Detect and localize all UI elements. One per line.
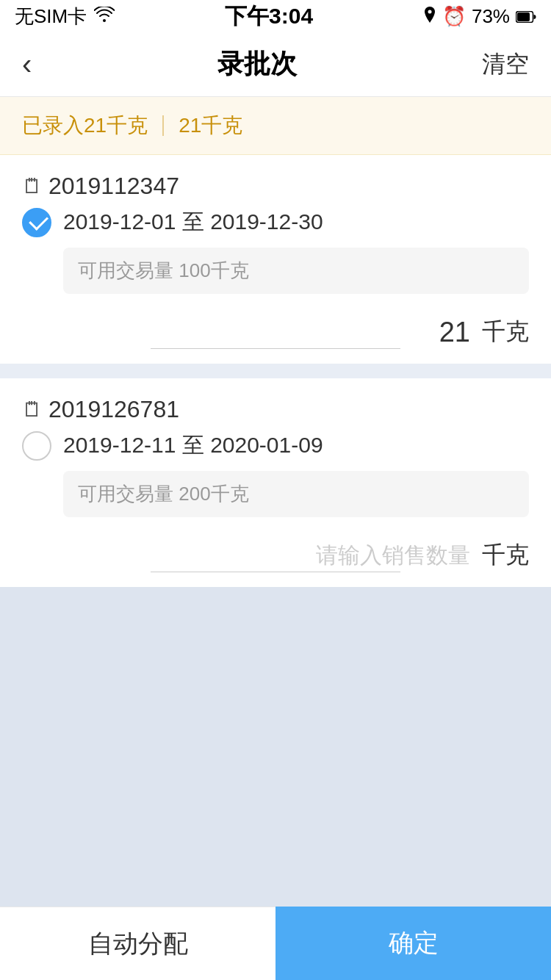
battery-icon: [516, 5, 536, 28]
batch2-header: 🗒 2019126781: [22, 396, 529, 423]
batch1-qty-wrapper: 21 千克: [0, 309, 551, 364]
nav-bar: ‹ 录批次 清空: [0, 32, 551, 97]
batch1-divider-wrapper: [0, 348, 551, 349]
batch-id-icon-2: 🗒: [22, 397, 43, 422]
status-bar: 无SIM卡 下午3:04 ⏰ 73%: [0, 0, 551, 32]
batch2-qty-wrapper: 请输入销售数量 千克: [0, 532, 551, 587]
batch2-id: 2019126781: [48, 396, 179, 423]
batch2-qty-row: 请输入销售数量 千克: [0, 532, 551, 572]
batch2-radio[interactable]: [22, 431, 51, 461]
summary-value: 21千克: [179, 112, 242, 140]
back-button[interactable]: ‹: [22, 48, 32, 81]
batch1-radio[interactable]: [22, 208, 51, 237]
batch-id-icon-1: 🗒: [22, 174, 43, 198]
batch1-availability: 可用交易量 100千克: [63, 248, 529, 294]
batch2-availability: 可用交易量 200千克: [63, 471, 529, 517]
batch-item-2: 🗒 2019126781 2019-12-11 至 2020-01-09 可用交…: [0, 378, 551, 532]
batch1-id: 2019112347: [48, 173, 179, 200]
status-left: 无SIM卡: [15, 4, 115, 29]
batch1-header: 🗒 2019112347: [22, 173, 529, 200]
batch2-qty-placeholder[interactable]: 请输入销售数量: [316, 541, 470, 571]
summary-divider: [162, 115, 164, 136]
batch2-divider-wrapper: [0, 572, 551, 572]
batch1-qty-row: 21 千克: [0, 309, 551, 348]
batch1-qty-value[interactable]: 21: [439, 317, 470, 348]
batch2-divider: [151, 572, 400, 572]
batch1-availability-text: 可用交易量 100千克: [78, 259, 249, 281]
bottom-bar: 自动分配 确定: [0, 907, 551, 980]
confirm-button[interactable]: 确定: [276, 907, 551, 980]
batch2-availability-text: 可用交易量 200千克: [78, 483, 249, 505]
section-separator: [0, 364, 551, 378]
battery-pct: 73%: [472, 5, 510, 28]
gray-area: [0, 587, 551, 907]
batch2-date-row[interactable]: 2019-12-11 至 2020-01-09: [22, 430, 529, 461]
svg-point-0: [428, 10, 431, 13]
batch1-qty-unit: 千克: [482, 316, 529, 348]
clear-button[interactable]: 清空: [482, 48, 529, 81]
summary-bar: 已录入21千克 21千克: [0, 97, 551, 155]
svg-rect-2: [517, 12, 530, 21]
carrier-label: 无SIM卡: [15, 4, 87, 29]
batch2-qty-unit: 千克: [482, 539, 529, 572]
time-display: 下午3:04: [225, 1, 313, 32]
batch2-date: 2019-12-11 至 2020-01-09: [63, 430, 323, 461]
summary-label: 已录入21千克: [22, 112, 148, 140]
page-title: 录批次: [217, 46, 297, 82]
location-icon: [423, 5, 436, 28]
auto-distribute-button[interactable]: 自动分配: [0, 907, 276, 980]
wifi-icon: [94, 5, 115, 28]
batch-item-1: 🗒 2019112347 2019-12-01 至 2019-12-30 可用交…: [0, 155, 551, 309]
batch1-date-row[interactable]: 2019-12-01 至 2019-12-30: [22, 207, 529, 237]
status-right: ⏰ 73%: [423, 5, 536, 28]
alarm-icon: ⏰: [442, 5, 466, 28]
batch1-date: 2019-12-01 至 2019-12-30: [63, 207, 323, 237]
batch1-divider: [151, 348, 400, 349]
